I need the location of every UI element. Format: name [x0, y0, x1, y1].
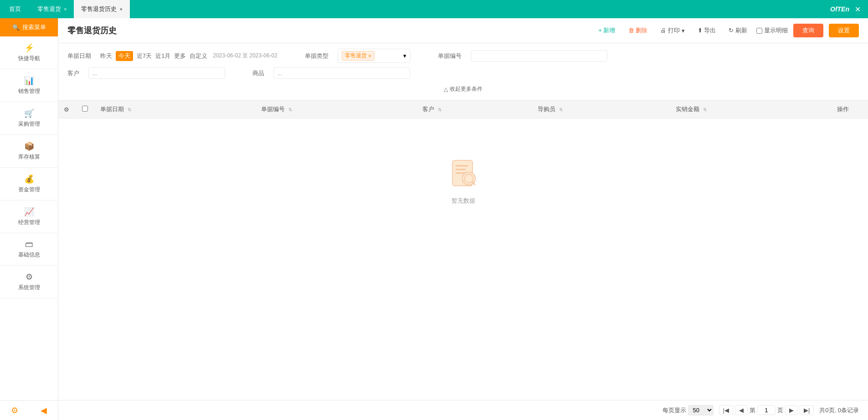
print-dropdown-icon[interactable]: ▾	[682, 27, 685, 34]
sidebar-item-sales[interactable]: 📊 销售管理	[0, 69, 58, 102]
new-button[interactable]: + 新增	[595, 25, 619, 36]
date-option-yesterday[interactable]: 昨天	[100, 52, 112, 60]
collapse-button[interactable]: △ 收起更多条件	[67, 83, 859, 95]
number-column-label: 单据编号	[261, 106, 285, 113]
sidebar-item-finance[interactable]: 💰 资金管理	[0, 168, 58, 200]
top-bar-right: OfTEn ✕	[830, 5, 868, 14]
last-page-button[interactable]: ▶|	[800, 405, 814, 415]
ops-column-label: 操作	[837, 106, 849, 113]
tab-retail-return[interactable]: 零售退货 ×	[30, 0, 74, 18]
select-all-checkbox[interactable]	[82, 106, 88, 112]
search-icon: 🔍	[12, 24, 20, 31]
sidebar-item-quick-nav-label: 快捷导航	[18, 55, 40, 62]
date-column-header[interactable]: 单据日期 ⇅	[95, 101, 256, 118]
date-option-more[interactable]: 更多	[174, 52, 186, 60]
query-button[interactable]: 查询	[793, 24, 823, 37]
date-option-today[interactable]: 今天	[116, 51, 133, 61]
delete-button-label: 🗑 删除	[628, 26, 648, 35]
sidebar-item-operation[interactable]: 📈 经营管理	[0, 200, 58, 233]
sidebar-item-sales-label: 销售管理	[18, 87, 40, 95]
guide-sort-icon: ⇅	[559, 107, 563, 112]
sidebar-item-inventory-label: 库存核算	[18, 153, 40, 161]
sidebar-item-basic-info[interactable]: 🗃 基础信息	[0, 233, 58, 266]
customer-column-label: 客户	[422, 106, 434, 113]
type-tag-close[interactable]: ×	[368, 53, 371, 59]
date-filter-label: 单据日期	[67, 52, 91, 60]
pagination-bar: 每页显示 50 20 100 |◀ ◀ 第 页 ▶ ▶| 共0页, 0条记录	[58, 400, 868, 420]
purchase-icon: 🛒	[24, 108, 34, 118]
svg-rect-1	[455, 165, 468, 166]
sidebar-search[interactable]: 🔍 搜索菜单	[0, 18, 58, 36]
prev-page-button[interactable]: ◀	[735, 405, 748, 415]
date-option-custom[interactable]: 自定义	[190, 52, 207, 60]
type-filter-tag: 零售退货 ×	[342, 51, 375, 61]
number-filter-label: 单据编号	[438, 52, 462, 60]
type-filter-select[interactable]: 零售退货 × ▾	[338, 49, 411, 63]
top-bar: 首页 零售退货 × 零售退货历史 × OfTEn ✕	[0, 0, 868, 18]
next-page-button[interactable]: ▶	[785, 405, 798, 415]
gear-icon[interactable]: ⚙	[64, 106, 69, 113]
first-page-button[interactable]: |◀	[719, 405, 733, 415]
sidebar-item-inventory[interactable]: 📦 库存核算	[0, 135, 58, 168]
collapse-icon: △	[444, 86, 448, 92]
customer-filter-input[interactable]: ...	[88, 67, 225, 79]
print-button[interactable]: 🖨 打印 ▾	[657, 25, 688, 36]
amount-column-header[interactable]: 实销金额 ⇅	[670, 101, 832, 118]
gear-column-header[interactable]: ⚙	[58, 101, 77, 118]
refresh-button[interactable]: ↻ 刷新	[725, 25, 751, 36]
customer-filter-label: 客户	[67, 69, 79, 77]
customer-column-header[interactable]: 客户 ⇅	[417, 101, 532, 118]
number-column-header[interactable]: 单据编号 ⇅	[256, 101, 416, 118]
type-select-dropdown-icon: ▾	[403, 52, 406, 59]
page-size-dropdown[interactable]: 50 20 100	[688, 405, 714, 415]
sidebar-item-purchase[interactable]: 🛒 采购管理	[0, 102, 58, 135]
sidebar-item-system-label: 系统管理	[18, 284, 40, 292]
collapse-sidebar-icon[interactable]: ◀	[41, 405, 47, 415]
sidebar-item-system[interactable]: ⚙ 系统管理	[0, 266, 58, 298]
close-window-button[interactable]: ✕	[855, 5, 861, 14]
show-detail-checkbox[interactable]: 显示明细	[756, 26, 788, 35]
date-range-display: 2023-06-02 至 2023-06-02	[213, 52, 277, 60]
export-button[interactable]: ⬆ 导出	[694, 25, 720, 36]
data-table: ⚙ 单据日期 ⇅ 单据编号 ⇅	[58, 101, 868, 241]
empty-icon	[445, 155, 482, 191]
tab-retail-return-close[interactable]: ×	[64, 6, 67, 12]
filter-row-2: 客户 ... 商品 ...	[67, 67, 859, 79]
page-number-input[interactable]	[757, 405, 776, 415]
sidebar-item-finance-label: 资金管理	[18, 186, 40, 194]
show-detail-input[interactable]	[756, 28, 762, 34]
new-button-label: + 新增	[598, 26, 615, 35]
page-title: 零售退货历史	[67, 25, 117, 36]
date-option-7days[interactable]: 近7天	[137, 52, 152, 60]
inventory-icon: 📦	[24, 141, 34, 151]
page-header: 零售退货历史 + 新增 🗑 删除 🖨 打印 ▾ ⬆ 导出 ↻ 刷新	[58, 18, 868, 43]
sidebar-search-label: 搜索菜单	[22, 23, 46, 31]
filter-row-1: 单据日期 昨天 今天 近7天 近1月 更多 自定义 2023-06-02 至 2…	[67, 49, 859, 63]
tab-home-label: 首页	[9, 5, 21, 13]
date-option-1month[interactable]: 近1月	[155, 52, 170, 60]
content-area: 零售退货历史 + 新增 🗑 删除 🖨 打印 ▾ ⬆ 导出 ↻ 刷新	[58, 18, 868, 420]
settings-bottom-icon[interactable]: ⚙	[11, 405, 18, 415]
operation-icon: 📈	[24, 207, 34, 217]
empty-text: 暂无数据	[452, 197, 475, 205]
guide-column-header[interactable]: 导购员 ⇅	[532, 101, 670, 118]
goods-filter-label: 商品	[252, 69, 264, 77]
goods-filter-input[interactable]: ...	[273, 67, 410, 79]
tab-home[interactable]: 首页	[0, 0, 30, 18]
page-size-selector: 每页显示 50 20 100	[663, 405, 714, 415]
sidebar: 🔍 搜索菜单 ⚡ 快捷导航 📊 销售管理 🛒 采购管理 📦 库存核算 💰	[0, 18, 58, 420]
amount-sort-icon: ⇅	[703, 107, 707, 112]
number-filter-input[interactable]	[471, 50, 607, 61]
type-tag-value: 零售退货	[345, 52, 367, 60]
collapse-label: 收起更多条件	[450, 85, 483, 93]
tab-bar: 首页 零售退货 × 零售退货历史 ×	[0, 0, 830, 18]
sidebar-item-operation-label: 经营管理	[18, 219, 40, 226]
checkbox-column-header[interactable]	[77, 101, 95, 118]
table-container: ⚙ 单据日期 ⇅ 单据编号 ⇅	[58, 101, 868, 400]
tab-retail-return-history[interactable]: 零售退货历史 ×	[74, 0, 129, 18]
total-record-label: 共0页, 0条记录	[819, 406, 859, 415]
tab-retail-return-history-close[interactable]: ×	[119, 6, 122, 12]
delete-button[interactable]: 🗑 删除	[625, 25, 652, 36]
settings-button[interactable]: 设置	[829, 24, 859, 37]
sidebar-item-quick-nav[interactable]: ⚡ 快捷导航	[0, 36, 58, 69]
